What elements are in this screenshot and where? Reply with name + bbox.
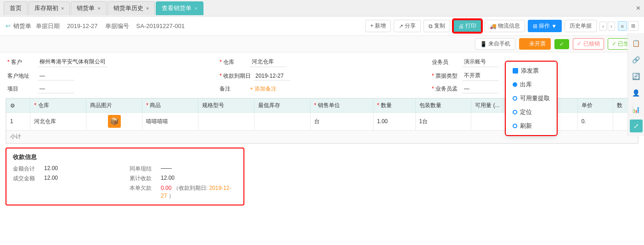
staff-value: 演示账号 [462,57,499,67]
refresh-item[interactable]: 刷新 [506,119,556,133]
tab-home-label: 首页 [10,4,22,12]
cell-no: 1 [6,113,30,131]
note-label: 备注 [220,85,247,93]
add-invoice-label: 添发票 [521,67,539,75]
cell-product: 嘻嘻嘻嘻 [142,113,198,131]
cell-min-stock [254,113,310,131]
no-label: 单据编号 [105,22,129,30]
cell-unit: 台 [310,113,373,131]
cell-warehouse: 河北仓库 [30,113,86,131]
copy-label: 复制 [434,22,445,30]
share-button[interactable]: ↗ 分享 [394,20,421,32]
from-phone-button[interactable]: 📱 来自手机 [475,38,515,50]
available-qty-icon [513,96,517,101]
col-unit: 销售单位 [310,99,373,113]
window-close-button[interactable]: × [636,4,640,12]
new-label: + 新增 [370,22,386,30]
no-value: SA-20191227-001 [136,23,185,29]
col-product: 商品 [142,99,198,113]
payment-info-title: 收款信息 [13,153,237,161]
nav-arrows: ‹ › [599,22,615,31]
outbound-item[interactable]: 出库 [506,78,556,91]
locate-item[interactable]: 定位 [506,105,556,119]
same-order-row: 同单现结 —— [130,165,237,173]
logistics-label: 物流信息 [498,22,520,30]
tab-sales[interactable]: 销货单 × [71,1,106,15]
add-invoice-item[interactable]: 添发票 [506,64,556,78]
col-qty: 数量 [373,99,415,113]
ticket-type-value: 不开票 [462,71,499,81]
payment-date-label: 收款到期日 [220,72,251,80]
doc-meta: 单据日期 2019-12-27 单据编号 SA-20191227-001 [36,22,185,30]
add-note-button[interactable]: + 添加备注 [250,85,277,93]
sidebar-expand-icon[interactable]: ⤢ [630,120,643,132]
project-row: 项目 — [7,85,212,93]
salesman-value: — [462,85,499,93]
tab-inventory-close[interactable]: × [61,6,64,11]
sidebar-chart-icon[interactable]: 📊 [630,103,643,116]
tab-home[interactable]: 首页 [4,1,28,15]
project-value: — [38,85,74,93]
warehouse-row: 仓库 河北仓库 [220,57,424,67]
toolbar: ↩ 销货单 单据日期 2019-12-27 单据编号 SA-20191227-0… [0,17,644,36]
list-view-button[interactable]: ≡ [618,21,627,31]
tab-sales-close[interactable]: × [97,6,100,11]
refresh-icon [513,124,517,128]
action-bar: 📱 来自手机 未开票 ✓ ✓ 已核销 ✓ 已生效 [0,36,644,52]
transaction-label: 成交金额 [13,175,40,182]
prev-button[interactable]: ‹ [599,22,607,31]
doc-type-label: 销货单 [13,22,31,30]
operate-button[interactable]: ⊞ 操作 ▼ [528,20,562,32]
grid-view-button[interactable]: ⊞ [628,21,638,31]
total-row: 金额合计 12.00 [13,165,120,173]
warehouse-label: 仓库 [220,58,247,66]
sidebar-link-icon[interactable]: 🔗 [630,53,643,66]
tab-inventory[interactable]: 库存期初 × [28,1,70,15]
right-sidebar: 📋 🔗 🔄 👤 📊 ⤢ [627,33,644,136]
col-image: 商品图片 [86,99,142,113]
tab-bar: 首页 库存期初 × 销货单 × 销货单历史 × 查看销货单 × × [0,0,644,17]
cumulative-value: 12.00 [161,175,175,182]
history-button[interactable]: 历史单据 [565,20,597,32]
print-label: 打印 [465,22,476,30]
available-qty-item[interactable]: 可用量提取 [506,91,556,105]
date-value: 2019-12-27 [67,23,98,29]
copy-button[interactable]: ⧉ 复制 [424,20,450,32]
sidebar-doc-icon[interactable]: 📋 [630,37,643,50]
share-label: 分享 [405,22,416,30]
tab-view-sales-close[interactable]: × [194,6,197,11]
staff-label: 业务员 [432,58,459,66]
tab-sales-history-close[interactable]: × [146,6,149,11]
confirm-button[interactable]: ✓ [554,39,569,49]
col-price: 单价 [577,99,613,113]
doc-title: ↩ 销货单 [6,22,31,30]
logistics-button[interactable]: 🚚 物流信息 [485,20,525,32]
not-open-dot [524,42,528,46]
cell-qty: 1.00 [373,113,415,131]
tab-inventory-label: 库存期初 [34,4,58,12]
not-open-ticket-button[interactable]: 未开票 [519,38,551,50]
customer-value: 柳州粤港平安气体有限公司 [38,57,107,67]
sidebar-user-icon[interactable]: 👤 [630,86,643,99]
cell-pack-qty: 1台 [415,113,471,131]
tab-view-sales[interactable]: 查看销货单 × [156,1,203,15]
col-settings[interactable]: ⚙ [6,99,30,113]
payment-date-value: 2019-12-27 [254,72,290,80]
tab-sales-history-label: 销货单历史 [113,4,143,12]
cell-spec [198,113,254,131]
tab-sales-label: 销货单 [77,4,95,12]
ticket-type-label: 票据类型 [432,72,459,80]
sidebar-refresh-icon[interactable]: 🔄 [630,70,643,83]
print-button[interactable]: 🖨 打印 [453,19,482,33]
add-invoice-icon [513,68,518,74]
next-button[interactable]: › [608,22,615,31]
doc-icon: ↩ [6,23,11,29]
this-order-value: 0.00 （收款到期日: 2019-12-27 ） [161,184,237,200]
tab-sales-history[interactable]: 销货单历史 × [107,1,155,15]
note-row: 备注 + 添加备注 [220,85,424,93]
cumulative-label: 累计收款 [130,175,157,182]
refresh-label: 刷新 [520,122,532,130]
operate-dropdown-menu: 添发票 出库 可用量提取 定位 刷新 [506,62,557,135]
address-row: 客户地址 — [7,71,212,81]
new-button[interactable]: + 新增 [365,20,391,32]
